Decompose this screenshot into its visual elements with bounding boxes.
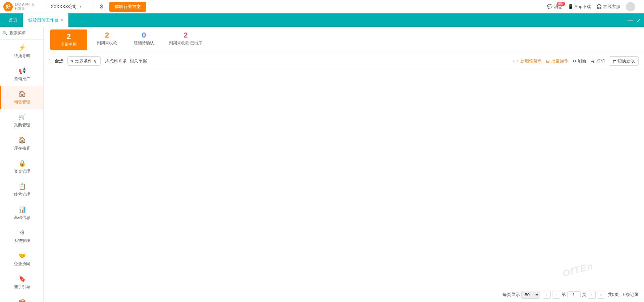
sidebar-item-cooperation[interactable]: 🤝 企业协同 xyxy=(0,248,43,271)
operation-icon: 📋 xyxy=(18,182,26,190)
page-navigation: « ‹ 第 页 › » xyxy=(543,291,605,299)
toolbar-left: 全选 ▾ 更多条件 ∨ 共找到 0 条 相关单据 xyxy=(49,56,147,66)
online-service-item[interactable]: 🎧 在线客服 xyxy=(596,4,621,10)
sidebar-item-operation[interactable]: 📋 经营管理 xyxy=(0,178,43,201)
found-text: 共找到 0 条 相关单据 xyxy=(105,58,147,64)
sidebar-item-label-marketing: 营销推广 xyxy=(14,76,30,82)
app-download-label: App下载 xyxy=(575,4,591,10)
company-name: XXXXXX公司 xyxy=(51,4,77,10)
sidebar-item-finance[interactable]: 🔒 资金管理 xyxy=(0,155,43,178)
nav-tab-actions: — ⤢ xyxy=(628,17,641,23)
print-button[interactable]: 🖨 打印 xyxy=(590,58,605,64)
quick-nav-icon: ⚡ xyxy=(18,44,26,52)
stats-tab-all[interactable]: 2 全部单据 xyxy=(50,29,87,50)
page-size-label: 每页显示 xyxy=(502,292,520,298)
company-selector[interactable]: XXXXXX公司 ▼ xyxy=(47,2,94,11)
logo-area: 好 畅捷通好生意 标准版 xyxy=(3,2,47,11)
page-input[interactable] xyxy=(567,291,581,298)
stats-count-all: 2 xyxy=(57,32,80,41)
stats-tab-overdue[interactable]: 2 到期未收款 xyxy=(89,27,125,53)
page-size-select: 每页显示 50 100 200 xyxy=(502,291,540,299)
sidebar-item-inventory[interactable]: 🏠 库存核算 xyxy=(0,132,43,155)
base-info-icon: 📊 xyxy=(18,205,26,214)
stats-tab-pending[interactable]: 0 旺铺待确认 xyxy=(125,27,162,53)
sales-icon: 🏠 xyxy=(18,90,26,98)
filter-button[interactable]: ▾ 更多条件 ∨ xyxy=(67,56,101,66)
print-icon: 🖨 xyxy=(590,59,595,64)
last-page-button[interactable]: » xyxy=(597,291,605,299)
select-all-label: 全选 xyxy=(55,58,63,64)
refresh-button[interactable]: ↻ 刷新 xyxy=(573,58,586,64)
stats-label-overdue-shipped: 到期未收款 已出库 xyxy=(169,40,202,46)
sidebar-item-system[interactable]: ⚙ 系统管理 xyxy=(0,225,43,248)
tab-home[interactable]: 首页 xyxy=(3,13,23,27)
stats-count-overdue-shipped: 2 xyxy=(169,31,202,40)
purchase-icon: 🛒 xyxy=(18,113,26,121)
sidebar-item-label-system: 系统管理 xyxy=(14,238,30,244)
search-label: 搜索菜单 xyxy=(10,30,26,36)
pagination: 每页显示 50 100 200 « ‹ 第 页 › » 共0页，0条记录 xyxy=(44,287,644,302)
avatar[interactable] xyxy=(626,2,635,11)
sidebar-item-marketing[interactable]: 📢 营销推广 xyxy=(0,63,43,86)
stats-tab-overdue-shipped[interactable]: 2 到期未收款 已出库 xyxy=(162,27,209,53)
first-page-button[interactable]: « xyxy=(543,291,551,299)
sidebar-item-app-center[interactable]: 📦 应用中心 xyxy=(0,294,43,302)
sidebar-item-base-info[interactable]: 📊 基础信息 xyxy=(0,201,43,225)
toolbar: 全选 ▾ 更多条件 ∨ 共找到 0 条 相关单据 + + 新增销货单 xyxy=(44,53,644,69)
batch-icon: ⊞ xyxy=(546,59,550,64)
inventory-icon: 🏠 xyxy=(18,136,26,144)
toolbar-right: + + 新增销货单 ⊞ 批量操作 ↻ 刷新 🖨 打印 ⇄ 切换新版 xyxy=(513,56,639,66)
sidebar-item-sales[interactable]: 🏠 销售管理 xyxy=(0,86,43,109)
batch-operation-button[interactable]: ⊞ 批量操作 xyxy=(546,58,569,64)
sidebar-search[interactable]: 🔍 搜索菜单 xyxy=(0,27,43,40)
sidebar-item-label-inventory: 库存核算 xyxy=(14,145,30,151)
tab-close-icon[interactable]: × xyxy=(61,18,63,22)
page-size-dropdown[interactable]: 50 100 200 xyxy=(521,291,540,299)
main-layout: 🔍 搜索菜单 ⚡ 快捷导航 📢 营销推广 🏠 销售管理 🛒 采购管理 🏠 库存核… xyxy=(0,27,644,302)
sidebar-item-label-operation: 经营管理 xyxy=(14,192,30,197)
search-icon: 🔍 xyxy=(3,31,8,36)
message-badge: 99+ xyxy=(557,2,565,6)
filter-icon: ▾ xyxy=(71,59,73,64)
sidebar-item-label-finance: 资金管理 xyxy=(14,169,30,174)
sidebar: 🔍 搜索菜单 ⚡ 快捷导航 📢 营销推广 🏠 销售管理 🛒 采购管理 🏠 库存核… xyxy=(0,27,44,302)
switch-version-button[interactable]: ⇄ 切换新版 xyxy=(609,56,639,66)
sidebar-item-label-quick-nav: 快捷导航 xyxy=(14,53,30,59)
expand-icon[interactable]: ⤢ xyxy=(636,17,641,23)
sidebar-item-label-sales: 销售管理 xyxy=(14,99,30,105)
marketing-icon: 📢 xyxy=(18,67,26,75)
page-unit: 页 xyxy=(582,292,586,298)
sidebar-item-purchase[interactable]: 🛒 采购管理 xyxy=(0,109,43,132)
total-records: 共0页，0条记录 xyxy=(608,292,639,298)
app-download-item[interactable]: 📱 App下载 xyxy=(568,4,591,10)
filter-arrow-icon: ∨ xyxy=(94,59,97,64)
refresh-icon: ↻ xyxy=(573,59,576,64)
app-center-icon: 📦 xyxy=(18,298,26,302)
next-page-button[interactable]: › xyxy=(588,291,596,299)
sidebar-item-guide[interactable]: 🔖 新手引导 xyxy=(0,271,43,294)
tab-workbench[interactable]: 钱货日清工作台 × xyxy=(23,13,68,27)
company-dropdown-arrow: ▼ xyxy=(79,5,82,8)
add-sales-order-button[interactable]: + + 新增销货单 xyxy=(513,58,542,64)
prev-page-button[interactable]: ‹ xyxy=(552,291,560,299)
finance-icon: 🔒 xyxy=(18,159,26,167)
try-solution-button[interactable]: 体验行业方案 xyxy=(109,2,146,12)
sidebar-item-label-cooperation: 企业协同 xyxy=(14,261,30,267)
stats-tabs: 2 全部单据 2 到期未收款 0 旺铺待确认 2 到期未收款 已出库 xyxy=(44,27,644,53)
minimize-icon[interactable]: — xyxy=(628,17,633,23)
found-count: 0 xyxy=(119,58,121,63)
sidebar-item-label-base-info: 基础信息 xyxy=(14,215,30,221)
message-item[interactable]: 💬 消息 99+ xyxy=(547,4,562,10)
system-icon: ⚙ xyxy=(18,229,26,237)
stats-label-overdue: 到期未收款 xyxy=(95,40,119,46)
stats-label-pending: 旺铺待确认 xyxy=(132,40,156,46)
switch-icon: ⇄ xyxy=(612,59,616,64)
select-all-checkbox[interactable]: 全选 xyxy=(49,58,63,64)
sidebar-item-quick-nav[interactable]: ⚡ 快捷导航 xyxy=(0,40,43,63)
settings-icon[interactable]: ⚙ xyxy=(97,2,106,11)
stats-count-overdue: 2 xyxy=(95,31,119,40)
table-area xyxy=(44,69,644,287)
select-all-input[interactable] xyxy=(49,59,53,63)
filter-label: 更多条件 xyxy=(75,58,92,64)
logo-icon: 好 xyxy=(3,2,13,11)
